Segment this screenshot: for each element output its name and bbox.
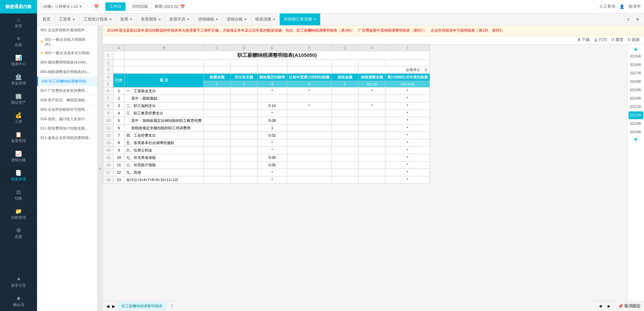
print-btn[interactable]: 🖨 打印: [594, 37, 607, 43]
year-btn-2022[interactable]: 2022年: [629, 111, 643, 119]
cell-6-e[interactable]: *: [258, 87, 287, 95]
left-item-004[interactable]: 004-期间费用明细表(A1040...: [37, 58, 97, 67]
sidebar-item-member[interactable]: ★ 畅会员: [0, 292, 37, 311]
cell-12-f[interactable]: [287, 132, 332, 139]
cell-17-i[interactable]: *: [385, 169, 430, 176]
cell-8-g[interactable]: [332, 102, 359, 109]
cell-17-c[interactable]: [204, 169, 231, 176]
service-btn[interactable]: 人工客询: [599, 4, 615, 9]
year-up-btn[interactable]: ▲: [633, 46, 639, 52]
cell-13-g[interactable]: [332, 139, 359, 146]
tab-close-payroll-stats[interactable]: ✕: [109, 18, 112, 21]
tab-tax-clearance[interactable]: 税表清册✕: [251, 13, 280, 26]
label-15[interactable]: 七、补充养老保险: [125, 154, 204, 161]
cell-6-d[interactable]: [231, 87, 258, 95]
tab-close-income-tax[interactable]: ✕: [313, 18, 316, 21]
cell-11-e[interactable]: 1: [258, 124, 287, 132]
year-btn-2015[interactable]: 2015年: [629, 53, 643, 60]
sidebar-item-tax-mgmt[interactable]: 📑 税务管理: [0, 166, 37, 185]
sidebar-item-general-ledger[interactable]: ≡ 总账: [0, 32, 37, 51]
sheet-options-btn[interactable]: ⋮: [170, 304, 174, 309]
cell-11-g[interactable]: [332, 124, 359, 132]
tab-payroll[interactable]: 工资表✕: [55, 13, 79, 26]
cell-18-c[interactable]: [204, 176, 231, 183]
left-item-002[interactable]: ⊗ 002-一般企业收入明细表(A1...: [37, 35, 97, 48]
cell-9-g[interactable]: [332, 109, 359, 117]
cell-17-d[interactable]: [231, 169, 258, 176]
sidebar-item-asset-mgmt[interactable]: 🏦 资金管理: [0, 70, 37, 90]
tab-home[interactable]: 首页: [38, 13, 55, 26]
label-8[interactable]: 二、职工福利支出: [125, 102, 204, 109]
cell-7-i[interactable]: *: [385, 95, 430, 102]
label-9[interactable]: 三、职工教育经费支出: [125, 109, 204, 117]
cell-13-h[interactable]: [359, 139, 385, 146]
cell-17-e[interactable]: *: [258, 169, 287, 176]
cell-13-e[interactable]: *: [258, 139, 287, 146]
collapse-left-panel-btn[interactable]: «: [98, 26, 103, 311]
cell-12-h[interactable]: [359, 132, 385, 139]
cell-6-g[interactable]: [332, 87, 359, 95]
cell-18-i[interactable]: *: [385, 176, 430, 183]
cell-14-h[interactable]: [359, 146, 385, 154]
cell-10-h[interactable]: [359, 117, 385, 124]
sidebar-item-sales-ledger[interactable]: 📈 进销台账: [0, 147, 37, 166]
cell-10-e[interactable]: 0.08: [258, 117, 287, 124]
label-7[interactable]: 其中：股权激励: [125, 95, 204, 102]
scroll-left-btn[interactable]: ◀: [597, 303, 604, 309]
year-btn-2021[interactable]: 2021年: [629, 103, 643, 111]
cell-10-i[interactable]: *: [385, 117, 430, 124]
cell-12-e[interactable]: 0.02: [258, 132, 287, 139]
cell-13-c[interactable]: [204, 139, 231, 146]
cell-16-c[interactable]: [204, 161, 231, 169]
reset-btn[interactable]: ↺ 重置: [611, 37, 623, 43]
cell-15-f[interactable]: [287, 154, 332, 161]
cell-6-c[interactable]: [204, 87, 231, 95]
cell-11-h[interactable]: [359, 124, 385, 132]
cell-14-f[interactable]: [287, 146, 332, 154]
cell-10-c[interactable]: [204, 117, 231, 124]
cell-13-i[interactable]: *: [385, 139, 430, 146]
year-btn-2024[interactable]: 2024年: [629, 128, 643, 136]
cell-16-g[interactable]: [332, 161, 359, 169]
left-item-008[interactable]: 008-资产折旧、摊销及纳税...: [37, 96, 97, 105]
label-10[interactable]: 其中：按税收规定比例扣除的职工教育经费: [125, 117, 204, 124]
cell-12-d[interactable]: [231, 132, 258, 139]
cell-9-h[interactable]: [359, 109, 385, 117]
tab-invoice-calc[interactable]: 发票测算✕: [137, 13, 165, 26]
tab-close-purchase-check[interactable]: ✕: [215, 18, 218, 21]
cell-7-c[interactable]: [204, 95, 231, 102]
label-14[interactable]: 六、住房公积金: [125, 146, 204, 154]
label-17[interactable]: 九、其他: [125, 169, 204, 176]
year-btn-2023[interactable]: 2023年: [629, 120, 643, 128]
cell-14-d[interactable]: [231, 146, 258, 154]
cell-13-f[interactable]: [287, 139, 332, 146]
cell-18-h[interactable]: [359, 176, 385, 183]
cell-17-g[interactable]: [332, 169, 359, 176]
sheet-tab[interactable]: 职工薪酬纳税调整明细表: [118, 303, 166, 310]
cell-17-f[interactable]: [287, 169, 332, 176]
tab-invoice[interactable]: 发票✕: [116, 13, 137, 26]
cell-18-g[interactable]: [332, 176, 359, 183]
tab-invoice-open[interactable]: 发票开具✕: [165, 13, 194, 26]
cell-6-i[interactable]: *: [385, 87, 430, 95]
year-btn-2018[interactable]: 2018年: [629, 78, 643, 85]
label-13[interactable]: 五、各类基本社会保障性缴款: [125, 139, 204, 146]
cell-7-d[interactable]: [231, 95, 258, 102]
label-11[interactable]: 按税收规定全额扣除的职工培训费用: [125, 124, 204, 132]
cell-15-d[interactable]: [231, 154, 258, 161]
tab-close-invoice[interactable]: ✕: [130, 18, 132, 21]
cell-8-h[interactable]: *: [359, 102, 385, 109]
cell-11-d[interactable]: [231, 124, 258, 132]
cell-8-i[interactable]: *: [385, 102, 430, 109]
tab-close-payroll[interactable]: ✕: [72, 18, 75, 21]
cell-15-g[interactable]: [332, 154, 359, 161]
company-dropdown-icon[interactable]: ▾: [79, 4, 81, 9]
left-item-005[interactable]: 005-纳税调整项目明细表(A1...: [37, 67, 97, 77]
tab-close-invoice-open[interactable]: ✕: [187, 18, 190, 21]
download-btn[interactable]: ⬇ 下载: [577, 37, 590, 43]
sidebar-item-report-center[interactable]: 📊 报表中心: [0, 51, 37, 70]
left-item-012[interactable]: 012-减免企业所得税优惠明细...: [37, 133, 97, 143]
cell-6-h[interactable]: *: [359, 87, 385, 95]
calendar-icon[interactable]: 📅: [180, 4, 185, 9]
refresh-btn[interactable]: ↻ 刷新: [628, 37, 640, 43]
